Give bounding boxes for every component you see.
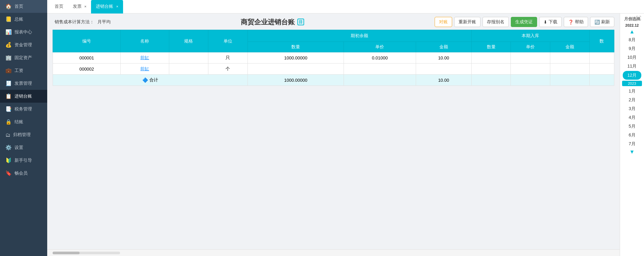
cell-in-price-1: [511, 52, 550, 63]
month-item-4[interactable]: 4月: [620, 113, 644, 122]
sidebar-item-guide[interactable]: 🔰 新手引导: [0, 154, 47, 167]
table-total-row: 🔷 合计 1000.00000 10.00: [53, 75, 614, 86]
month-item-1[interactable]: 1月: [620, 87, 644, 96]
total-opening-qty: 1000.00000: [247, 75, 344, 86]
window-maximize-button[interactable]: ⛶: [636, 16, 641, 22]
month-item-6[interactable]: 6月: [620, 131, 644, 139]
download-icon: ⬇: [544, 20, 547, 25]
sidebar-item-tax[interactable]: 📑 税务管理: [0, 103, 47, 116]
sidebar-item-assets[interactable]: 🏢 固定资产: [0, 51, 47, 64]
cell-opening-price-1: 0.01000: [344, 52, 416, 63]
page-title-icon: 目: [297, 19, 304, 25]
tab-invoice-close[interactable]: ×: [84, 4, 86, 8]
sidebar-item-close[interactable]: 🔒 结账: [0, 116, 47, 128]
help-icon: ❓: [568, 20, 574, 25]
col-extra: 数: [589, 30, 614, 52]
month-item-5[interactable]: 5月: [620, 122, 644, 131]
tab-invoice[interactable]: 发票 ×: [68, 0, 91, 14]
bottom-bar: [47, 249, 620, 256]
col-opening-balance: 期初余额: [247, 30, 471, 42]
sidebar: 🏠 首页 📒 总账 📊 报表中心 💰 资金管理 🏢 固定资产 💼 工资 🧾 发票…: [0, 0, 47, 256]
invoice-mgmt-icon: 🧾: [5, 80, 12, 86]
tab-home[interactable]: 首页: [50, 0, 68, 14]
cell-unit-2: 个: [208, 63, 248, 75]
member-icon: 🔖: [5, 170, 12, 176]
content-area: ✕ ⛶ 销售成本计算方法： 月平均 商贸企业进销台账 目 对账 重新开账 存报别…: [47, 14, 644, 256]
sidebar-label-home: 首页: [14, 3, 23, 9]
tab-purchase-sale-label: 进销台账: [96, 3, 113, 9]
sidebar-item-funds[interactable]: 💰 资金管理: [0, 39, 47, 51]
col-in-amount: 金额: [550, 42, 589, 52]
month-item-9[interactable]: 9月: [620, 44, 644, 53]
cell-unit-1: 只: [208, 52, 248, 63]
funds-icon: 💰: [5, 42, 12, 48]
table-container: 编号 名称 规格 单位 期初余额 本期入库 数 数量 单价 金额 数: [47, 30, 620, 249]
tab-bar: 首页 发票 × 进销台账 ×: [47, 0, 644, 14]
toolbar-buttons: 对账 重新开账 存报别名 生成凭证 ⬇ 下载 ❓ 帮助 🔄 刷新: [435, 17, 614, 27]
cell-in-amount-1: [550, 52, 589, 63]
page-title-text: 商贸企业进销台账: [241, 18, 295, 27]
window-close-button[interactable]: ✕: [629, 16, 633, 22]
month-panel: 月份选择 2022.12 ▲ 8月 9月 10月 11月 12月 2023 1月…: [620, 14, 644, 256]
tab-home-label: 首页: [55, 3, 63, 9]
total-extra: [589, 75, 614, 86]
cell-name-2[interactable]: 前缸: [121, 63, 169, 75]
month-item-10[interactable]: 10月: [620, 53, 644, 62]
month-prev-button[interactable]: ▲: [620, 28, 644, 35]
tab-purchase-sale-close[interactable]: ×: [116, 4, 118, 8]
sidebar-item-archive[interactable]: 🗂 归档管理: [0, 128, 47, 141]
total-in-price: [511, 75, 550, 86]
sidebar-item-settings[interactable]: ⚙️ 设置: [0, 141, 47, 154]
month-item-11[interactable]: 11月: [620, 62, 644, 71]
cell-opening-qty-1: 1000.00000: [247, 52, 344, 63]
scrollbar-track[interactable]: [53, 252, 120, 254]
cell-code-2: 000002: [53, 63, 121, 75]
month-item-8[interactable]: 8月: [620, 35, 644, 44]
total-label-text: 合计: [149, 77, 158, 83]
sidebar-item-invoice-mgmt[interactable]: 🧾 发票管理: [0, 77, 47, 90]
refresh-button[interactable]: 🔄 刷新: [590, 17, 614, 27]
table-header-row-1: 编号 名称 规格 单位 期初余额 本期入库 数: [53, 30, 614, 42]
sidebar-item-reports[interactable]: 📊 报表中心: [0, 26, 47, 39]
cell-name-1[interactable]: 前缸: [121, 52, 169, 63]
download-button[interactable]: ⬇ 下载: [539, 17, 562, 27]
salary-icon: 💼: [5, 68, 12, 74]
sidebar-item-home[interactable]: 🏠 首页: [0, 0, 47, 13]
generate-voucher-button[interactable]: 生成凭证: [511, 17, 537, 27]
help-button[interactable]: ❓ 帮助: [564, 17, 588, 27]
month-item-12[interactable]: 12月: [623, 71, 641, 80]
month-item-3[interactable]: 3月: [620, 104, 644, 113]
save-alias-button[interactable]: 存报别名: [482, 17, 509, 27]
scrollbar-thumb[interactable]: [53, 252, 80, 254]
sidebar-label-purchase-sale: 进销台账: [14, 93, 32, 99]
month-item-7[interactable]: 7月: [620, 139, 644, 148]
sidebar-label-archive: 归档管理: [13, 132, 31, 138]
tab-purchase-sale[interactable]: 进销台账 ×: [91, 0, 123, 14]
month-next-button[interactable]: ▼: [620, 148, 644, 156]
month-item-2[interactable]: 2月: [620, 96, 644, 104]
total-opening-price: [344, 75, 416, 86]
total-opening-amount: 10.00: [416, 75, 471, 86]
total-in-amount: [550, 75, 589, 86]
cell-spec-1: [169, 52, 208, 63]
sidebar-item-salary[interactable]: 💼 工资: [0, 64, 47, 77]
sidebar-item-ledger[interactable]: 📒 总账: [0, 13, 47, 26]
reconcile-button[interactable]: 对账: [435, 17, 452, 27]
col-opening-qty: 数量: [247, 42, 344, 52]
window-controls: ✕ ⛶: [629, 16, 641, 22]
sidebar-label-salary: 工资: [14, 68, 23, 74]
col-name: 名称: [121, 30, 169, 52]
cell-extra-1: [589, 52, 614, 63]
main-panel: 销售成本计算方法： 月平均 商贸企业进销台账 目 对账 重新开账 存报别名 生成…: [47, 14, 620, 256]
ledger-icon: 📒: [5, 16, 12, 22]
col-in-price: 单价: [511, 42, 550, 52]
close-accounts-icon: 🔒: [5, 119, 12, 125]
sidebar-item-purchase-sale[interactable]: 📋 进销台账: [0, 90, 47, 103]
sidebar-item-member[interactable]: 🔖 畅会员: [0, 167, 47, 180]
cell-in-amount-2: [550, 63, 589, 75]
reopen-button[interactable]: 重新开账: [454, 17, 480, 27]
cell-in-price-2: [511, 63, 550, 75]
sidebar-label-invoice-mgmt: 发票管理: [14, 80, 32, 86]
col-spec: 规格: [169, 30, 208, 52]
month-year-2022: 2022.12: [620, 23, 644, 28]
